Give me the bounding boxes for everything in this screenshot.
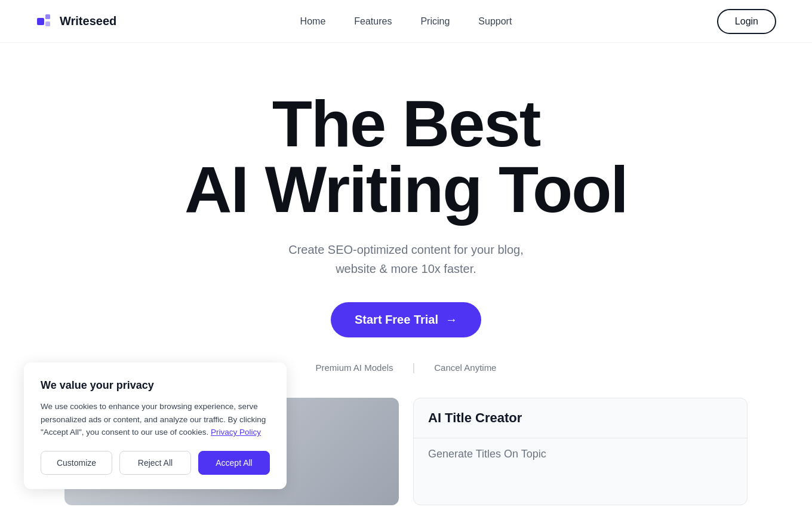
privacy-policy-link[interactable]: Privacy Policy <box>211 428 261 437</box>
accept-all-button[interactable]: Accept All <box>198 451 270 475</box>
cookie-title: We value your privacy <box>41 379 270 392</box>
preview-right-header: AI Title Creator <box>414 398 747 438</box>
nav-links: Home Features Pricing Support <box>300 16 512 27</box>
badge-separator: | <box>413 361 416 374</box>
nav-home[interactable]: Home <box>300 16 326 27</box>
nav-support[interactable]: Support <box>478 16 512 27</box>
ai-title-creator-subtitle: Generate Titles On Topic <box>414 438 747 470</box>
cookie-body: We use cookies to enhance your browsing … <box>41 400 270 439</box>
nav-pricing[interactable]: Pricing <box>420 16 450 27</box>
hero-title-line1: The Best <box>272 91 540 156</box>
navbar: Writeseed Home Features Pricing Support … <box>0 0 812 43</box>
logo-link[interactable]: Writeseed <box>36 12 116 31</box>
logo-icon <box>36 12 55 31</box>
cookie-banner: We value your privacy We use cookies to … <box>24 363 287 489</box>
login-button[interactable]: Login <box>717 9 776 34</box>
hero-badges: Premium AI Models | Cancel Anytime <box>316 361 497 374</box>
svg-rect-1 <box>45 14 50 19</box>
start-free-trial-button[interactable]: Start Free Trial → <box>331 302 481 337</box>
customize-button[interactable]: Customize <box>41 451 112 475</box>
badge-cancel-anytime: Cancel Anytime <box>434 363 496 373</box>
arrow-icon: → <box>445 313 457 327</box>
svg-rect-0 <box>37 18 44 25</box>
ai-title-creator-label: AI Title Creator <box>428 410 733 426</box>
badge-premium-ai: Premium AI Models <box>316 363 393 373</box>
nav-features[interactable]: Features <box>354 16 392 27</box>
hero-subtitle: Create SEO-optimized content for your bl… <box>288 240 524 278</box>
cta-label: Start Free Trial <box>355 313 438 327</box>
cookie-buttons: Customize Reject All Accept All <box>41 451 270 475</box>
preview-right-card: AI Title Creator Generate Titles On Topi… <box>413 398 748 505</box>
hero-title-line2: AI Writing Tool <box>184 156 628 222</box>
hero-section: The Best AI Writing Tool Create SEO-opti… <box>0 43 812 398</box>
reject-all-button[interactable]: Reject All <box>119 451 191 475</box>
logo-text: Writeseed <box>60 14 116 28</box>
svg-rect-2 <box>45 21 50 26</box>
